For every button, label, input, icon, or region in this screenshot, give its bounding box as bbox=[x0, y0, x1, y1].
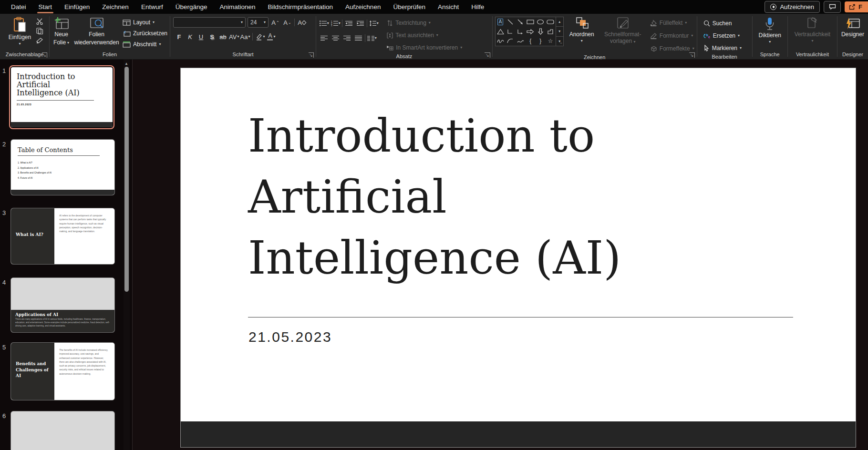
comments-button[interactable] bbox=[824, 1, 841, 13]
shape-elbow-icon[interactable] bbox=[506, 27, 516, 36]
shape-rectangle-icon[interactable] bbox=[526, 17, 536, 27]
text-shadow-button[interactable]: S bbox=[207, 31, 217, 42]
shape-left-brace-icon[interactable]: { bbox=[526, 36, 536, 46]
thumbnail-slide-2[interactable]: Table of Contents 1. What is AI? 2. Appl… bbox=[11, 140, 114, 195]
underline-button[interactable]: U bbox=[196, 31, 206, 42]
dictate-button[interactable]: Diktieren ▾ bbox=[756, 15, 784, 45]
menu-bildschirmpraesentation[interactable]: Bildschirmpräsentation bbox=[262, 0, 340, 14]
shape-triangle-icon[interactable] bbox=[496, 27, 506, 36]
clipboard-dialog-launcher[interactable]: ↘ bbox=[42, 52, 48, 58]
scrollbar-up-arrow[interactable]: ▲ bbox=[124, 61, 128, 66]
shape-arrow-down-icon[interactable] bbox=[536, 27, 546, 36]
font-size-combobox[interactable]: 24 ▾ bbox=[248, 17, 269, 28]
align-right-button[interactable] bbox=[342, 33, 352, 43]
menu-aufzeichnen[interactable]: Aufzeichnen bbox=[339, 0, 387, 14]
italic-button[interactable]: K bbox=[185, 31, 195, 42]
quick-styles-icon bbox=[616, 17, 630, 30]
slide-date-textbox[interactable]: 21.05.2023 bbox=[248, 329, 332, 345]
align-text-button[interactable]: Text ausrichten ▾ bbox=[385, 30, 464, 41]
quick-styles-button[interactable]: Schnellformat- vorlagen ▾ bbox=[600, 15, 646, 46]
text-direction-button[interactable]: Textrichtung ▾ bbox=[385, 18, 464, 28]
decrease-font-button[interactable]: A⌄ bbox=[282, 17, 292, 28]
strikethrough-button[interactable]: ab bbox=[218, 31, 228, 42]
new-slide-button[interactable]: Neue Folie ▾ bbox=[51, 15, 72, 48]
decrease-indent-button[interactable] bbox=[344, 18, 354, 29]
shape-oval-icon[interactable] bbox=[536, 17, 546, 27]
group-clipboard: Einfügen ▾ Zwischenablage ↘ bbox=[0, 14, 49, 59]
thumbnail-slide-4[interactable]: Applications of AI There are many applic… bbox=[11, 278, 114, 332]
shape-rounded-rectangle-icon[interactable] bbox=[546, 17, 556, 27]
convert-smartart-button[interactable]: In SmartArt konvertieren ▾ bbox=[385, 42, 464, 53]
menu-einfuegen[interactable]: Einfügen bbox=[58, 0, 96, 14]
bold-button[interactable]: F bbox=[174, 31, 184, 42]
select-button[interactable]: Markieren ▾ bbox=[702, 43, 751, 53]
justify-button[interactable] bbox=[353, 33, 363, 43]
cut-button[interactable] bbox=[36, 18, 43, 25]
menu-animationen[interactable]: Animationen bbox=[213, 0, 261, 14]
menu-ueberpruefen[interactable]: Überprüfen bbox=[387, 0, 432, 14]
shape-outline-button[interactable]: Formkontur ▾ bbox=[649, 31, 696, 41]
find-button[interactable]: Suchen bbox=[702, 18, 751, 29]
thumbnail-slide-5[interactable]: Benefits and Challenges of AI The benefi… bbox=[11, 343, 114, 400]
shape-corner-icon[interactable] bbox=[546, 27, 556, 36]
thumbnail-scrollbar-thumb[interactable] bbox=[124, 67, 129, 292]
drawing-dialog-launcher[interactable]: ↘ bbox=[689, 52, 695, 58]
gallery-scroll-down[interactable]: ▼ bbox=[556, 27, 563, 36]
character-spacing-button[interactable]: AV▾ bbox=[229, 31, 239, 42]
highlight-color-button[interactable]: ▾ bbox=[255, 31, 265, 42]
thumbnail-slide-6[interactable] bbox=[11, 411, 114, 450]
menu-uebergaenge[interactable]: Übergänge bbox=[169, 0, 214, 14]
shape-right-brace-icon[interactable]: } bbox=[536, 36, 546, 46]
section-button[interactable]: Abschnitt ▾ bbox=[121, 39, 169, 50]
reset-button[interactable]: Zurücksetzen bbox=[121, 28, 169, 39]
sensitivity-button[interactable]: Vertraulichkeit ▾ bbox=[792, 15, 833, 44]
menu-entwurf[interactable]: Entwurf bbox=[135, 0, 169, 14]
reuse-slides-button[interactable]: Folien wiederverwenden bbox=[73, 15, 120, 48]
columns-button[interactable]: ▾ bbox=[367, 33, 377, 43]
menu-ansicht[interactable]: Ansicht bbox=[432, 0, 465, 14]
format-painter-button[interactable] bbox=[36, 37, 43, 44]
slide-title-textbox[interactable]: Introduction to Artificial Intelligence … bbox=[248, 105, 621, 288]
align-left-button[interactable] bbox=[319, 33, 329, 43]
arrange-button[interactable]: Anordnen ▾ bbox=[567, 15, 597, 44]
thumbnail-slide-1[interactable]: Introduction to Artificial Intelligence … bbox=[9, 65, 114, 129]
layout-button[interactable]: Layout ▾ bbox=[121, 17, 169, 28]
gallery-more-button[interactable]: ▼̲ bbox=[556, 37, 563, 46]
menu-datei[interactable]: Datei bbox=[5, 0, 32, 14]
editing-canvas: Introduction to Artificial Intelligence … bbox=[133, 60, 868, 450]
shape-arrow-icon[interactable] bbox=[516, 17, 526, 27]
shape-fill-button[interactable]: Fülleffekt ▾ bbox=[649, 18, 696, 28]
share-button[interactable]: F bbox=[845, 1, 868, 12]
shape-arc-icon[interactable] bbox=[506, 36, 516, 46]
menu-zeichnen[interactable]: Zeichnen bbox=[96, 0, 135, 14]
shape-elbow-arrow-icon[interactable] bbox=[516, 27, 526, 36]
align-center-button[interactable] bbox=[331, 33, 341, 43]
shape-textbox-icon[interactable]: A bbox=[496, 17, 506, 27]
font-color-button[interactable]: A ▾ bbox=[266, 31, 276, 42]
shape-star-icon[interactable]: ☆ bbox=[546, 36, 556, 46]
menu-start[interactable]: Start bbox=[32, 0, 59, 14]
replace-button[interactable]: b c Ersetzen ▾ bbox=[702, 31, 751, 41]
shape-scribble-icon[interactable] bbox=[496, 36, 506, 46]
paragraph-dialog-launcher[interactable]: ↘ bbox=[485, 52, 490, 58]
line-spacing-button[interactable]: ▾ bbox=[369, 18, 379, 29]
designer-button[interactable]: Designer bbox=[838, 15, 867, 40]
shape-effects-button[interactable]: Formeffekte ▾ bbox=[649, 43, 696, 54]
change-case-button[interactable]: Aa▾ bbox=[240, 31, 250, 42]
clear-formatting-button[interactable]: A bbox=[297, 17, 307, 28]
paste-button[interactable]: Einfügen ▾ bbox=[6, 15, 34, 47]
menu-hilfe[interactable]: Hilfe bbox=[465, 0, 490, 14]
increase-indent-button[interactable] bbox=[355, 18, 365, 29]
font-name-combobox[interactable]: ▾ bbox=[173, 17, 246, 28]
copy-button[interactable] bbox=[36, 28, 43, 34]
shape-line-icon[interactable] bbox=[506, 17, 516, 27]
thumbnail-slide-3[interactable]: What is AI? AI refers to the development… bbox=[11, 208, 114, 264]
increase-font-button[interactable]: A⌃ bbox=[270, 17, 280, 28]
numbering-button[interactable]: 123 ▾ bbox=[331, 18, 341, 29]
record-button[interactable]: Aufzeichnen bbox=[765, 1, 820, 13]
shape-curve-icon[interactable] bbox=[516, 36, 526, 46]
bullets-button[interactable]: ▾ bbox=[319, 18, 329, 29]
shape-arrow-right-icon[interactable] bbox=[526, 27, 536, 36]
font-dialog-launcher[interactable]: ↘ bbox=[309, 52, 314, 58]
gallery-scroll-up[interactable]: ▲ bbox=[556, 17, 563, 27]
